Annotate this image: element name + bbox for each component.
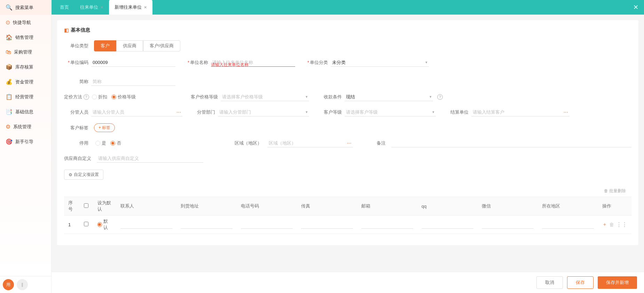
row-default-label: 默认	[103, 218, 112, 231]
customer-price-level-input[interactable]	[221, 93, 304, 101]
supervisor-more-dots[interactable]: ···	[175, 109, 182, 115]
th-seq: 序号	[64, 197, 79, 215]
unit-btn-both[interactable]: 客户/供应商	[143, 40, 180, 51]
tags-label: 客户标签	[64, 125, 88, 131]
sidebar-item-sales[interactable]: 🏠 销售管理	[0, 30, 51, 45]
sidebar-item-search[interactable]: 🔍 搜索菜单	[0, 0, 51, 15]
row-checkbox[interactable]	[84, 222, 88, 226]
tab-new-partner-close[interactable]: ✕	[144, 5, 147, 10]
discount-radio-circle	[92, 95, 97, 99]
sidebar-item-basic-info[interactable]: 📑 基础信息	[0, 104, 51, 119]
supervisor-label: 分管人员	[64, 109, 88, 115]
unit-code-input[interactable]	[91, 58, 175, 67]
customer-level-select[interactable]: ▾	[345, 108, 436, 116]
dept-dropdown-arrow[interactable]: ▾	[304, 110, 309, 114]
card-title: ◧ 基本信息	[64, 27, 631, 33]
dept-input[interactable]	[218, 108, 304, 116]
main-close-button[interactable]: ✕	[630, 3, 641, 11]
drag-row-icon[interactable]: ⋮⋮	[616, 221, 627, 228]
row-address-input[interactable]	[181, 220, 233, 229]
pricing-radio-discount[interactable]: 折扣	[92, 94, 107, 100]
payment-terms-dropdown-arrow[interactable]: ▾	[428, 95, 433, 99]
content-area: ◧ 基本信息 单位类型 客户 供应商 客户/供应商 *单位编	[52, 15, 644, 272]
sidebar-extra-btn[interactable]: ∥	[17, 279, 28, 290]
unit-category-select[interactable]: ▾	[331, 58, 429, 67]
tags-row: 客户标签 + 标签	[64, 123, 631, 132]
level-radio-dot	[112, 96, 115, 98]
customer-level-dropdown-arrow[interactable]: ▾	[431, 110, 436, 114]
table-select-all[interactable]	[84, 203, 88, 208]
row-wechat-input[interactable]	[482, 220, 534, 229]
tab-partner-list[interactable]: 往来单位 ✕	[74, 0, 109, 15]
sidebar-item-inventory[interactable]: 📦 库存核算	[0, 59, 51, 74]
row-default-radio[interactable]: 默认	[97, 218, 112, 231]
unit-btn-supplier[interactable]: 供应商	[116, 40, 143, 51]
batch-delete-btn[interactable]: 🗑 批量删除	[64, 188, 631, 197]
dept-select[interactable]: ▾	[218, 108, 309, 116]
row-area-input[interactable]	[542, 220, 594, 229]
delete-row-icon[interactable]: 🗑	[609, 222, 614, 227]
tab-new-partner-label: 新增往来单位	[115, 4, 142, 10]
region-select[interactable]: ···	[267, 139, 353, 147]
row-email-input[interactable]	[361, 220, 413, 229]
row-qq-input[interactable]	[422, 220, 473, 229]
th-fax: 传真	[297, 197, 357, 215]
customer-price-level-select[interactable]: ▾	[221, 93, 309, 101]
quicknav-icon: ⊙	[6, 19, 10, 26]
row-contact-input[interactable]	[120, 220, 172, 229]
disabled-yes-circle	[95, 141, 100, 146]
new-guide-icon: 🎯	[6, 138, 13, 145]
save-new-button[interactable]: 保存并新增	[598, 276, 637, 289]
payment-terms-help-icon[interactable]: ?	[437, 94, 443, 100]
payment-terms-select[interactable]: ▾	[345, 93, 433, 101]
supervisor-select[interactable]: ···	[91, 108, 182, 116]
sidebar-item-quicknav[interactable]: ⊙ 快捷导航	[0, 15, 51, 30]
disabled-yes[interactable]: 是	[95, 140, 106, 146]
pricing-help-icon[interactable]: ?	[84, 94, 89, 100]
sidebar-item-new-guide[interactable]: 🎯 新手引导	[0, 134, 51, 149]
sidebar-avatar[interactable]: 用	[3, 279, 14, 290]
unit-type-buttons: 客户 供应商 客户/供应商	[94, 40, 180, 51]
cancel-button[interactable]: 取消	[536, 276, 563, 289]
settlement-more-dots[interactable]: ···	[562, 109, 570, 115]
unit-category-input[interactable]	[331, 58, 424, 66]
save-button[interactable]: 保存	[567, 276, 594, 289]
table-row: 1 默认	[64, 215, 631, 234]
cell-qq	[417, 215, 478, 234]
cell-address	[176, 215, 237, 234]
supplier-custom-label: 供应商自定义	[64, 155, 91, 162]
customer-price-level-label: 客户价格等级	[191, 94, 218, 100]
cell-fax	[297, 215, 357, 234]
remark-input[interactable]	[391, 139, 631, 147]
add-row-icon[interactable]: ＋	[602, 221, 607, 228]
tab-new-partner[interactable]: 新增往来单位 ✕	[109, 0, 152, 15]
custom-settings-button[interactable]: ⚙ 自定义项设置	[64, 170, 103, 180]
settlement-select[interactable]: ···	[471, 108, 570, 116]
region-input[interactable]	[267, 139, 345, 147]
tab-partner-list-close[interactable]: ✕	[100, 5, 103, 10]
remark-label: 备注	[361, 140, 386, 146]
add-tag-button[interactable]: + 标签	[94, 123, 115, 132]
payment-terms-input[interactable]	[345, 93, 428, 101]
unit-btn-customer[interactable]: 客户	[94, 40, 116, 51]
settlement-label: 结算单位	[444, 109, 469, 115]
row-fax-input[interactable]	[301, 220, 353, 229]
th-address: 到货地址	[176, 197, 237, 215]
sidebar-item-finance[interactable]: 💰 资金管理	[0, 74, 51, 89]
sidebar-item-sys-mgmt[interactable]: ⚙ 系统管理	[0, 119, 51, 134]
pricing-row: 定价方法 ? 折扣 价格等级	[64, 93, 631, 101]
pricing-radio-level[interactable]: 价格等级	[111, 94, 136, 100]
row-phone-input[interactable]	[241, 220, 293, 229]
customer-level-input[interactable]	[345, 108, 431, 116]
tab-home[interactable]: 首页	[54, 0, 74, 15]
category-dropdown-arrow[interactable]: ▾	[424, 60, 429, 65]
region-more-dots[interactable]: ···	[345, 140, 353, 146]
customer-price-dropdown-arrow[interactable]: ▾	[304, 95, 309, 99]
supplier-custom-input[interactable]	[97, 154, 203, 163]
sidebar-item-operations[interactable]: 📋 经营管理	[0, 89, 51, 104]
short-name-input[interactable]	[91, 78, 175, 86]
disabled-no[interactable]: 否	[110, 140, 121, 146]
sidebar-item-purchase[interactable]: 🛍 采购管理	[0, 45, 51, 59]
settlement-input[interactable]	[471, 108, 561, 116]
supervisor-input[interactable]	[91, 108, 174, 116]
